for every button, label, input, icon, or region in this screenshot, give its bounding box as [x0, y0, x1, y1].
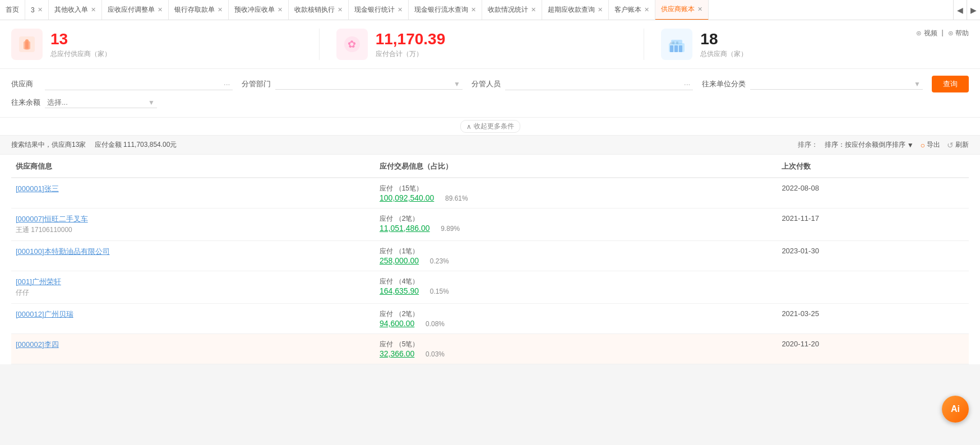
unit-type-input[interactable] [752, 80, 914, 88]
summary-ap-suppliers-label: 总应付供应商（家） [50, 49, 111, 59]
col-header-lastpay: 上次付数 [777, 155, 969, 178]
collapse-button[interactable]: ∧ 收起更多条件 [460, 120, 520, 133]
nav-tab-other-income-close[interactable]: ✕ [91, 6, 96, 13]
nav-tab-prepay-offset-close[interactable]: ✕ [278, 6, 283, 13]
nav-tab-supplier-ledger[interactable]: 供应商账本 ✕ [655, 0, 709, 20]
supplier-sub-2: 王通 17106110000 [16, 225, 371, 235]
supplier-cell-3: [000100]本特勤油品有限公司 [11, 241, 375, 271]
nav-tab-3[interactable]: 3 ✕ [25, 0, 49, 20]
nav-tab-receipt-stat-close[interactable]: ✕ [531, 6, 536, 13]
ap-amount-5[interactable]: 94,600.00 [380, 319, 414, 328]
transaction-cell-4: 应付 （4笔） 164,635.90 0.15% [375, 271, 777, 304]
filter-person-wrap: ··· [505, 78, 693, 90]
transaction-cell-1: 应付 （15笔） 100,092,540.00 89.61% [375, 178, 777, 208]
help-link[interactable]: ⊙ 帮助 [948, 29, 969, 38]
ap-amount-1[interactable]: 100,092,540.00 [380, 193, 434, 202]
ap-amount-3[interactable]: 258,000.00 [380, 256, 419, 265]
supplier-link-2[interactable]: [000007]恒旺二手叉车 [16, 214, 371, 224]
summary-ap-amount: ✿ 11,170.39 应付合计（万） [320, 29, 645, 60]
lastpay-date-5: 2021-03-25 [782, 309, 819, 318]
nav-tab-receipt-verify[interactable]: 收款核销执行 ✕ [289, 0, 349, 20]
person-dots-icon[interactable]: ··· [684, 80, 691, 89]
nav-tab-ar-ap-adjust[interactable]: 应收应付调整单 ✕ [102, 0, 169, 20]
nav-tab-cash-bank-query-close[interactable]: ✕ [471, 6, 476, 13]
refresh-button[interactable]: ↺ 刷新 [947, 140, 969, 150]
supplier-dots-icon[interactable]: ··· [224, 80, 230, 89]
table-row: [000002]李四 应付 （5笔） 32,366.00 0.03% 2020-… [11, 334, 969, 364]
nav-tab-overdue-ar-close[interactable]: ✕ [598, 6, 603, 13]
ap-percent-3: 0.23% [430, 257, 449, 265]
nav-next-icon: ▶ [970, 6, 977, 15]
person-input[interactable] [507, 80, 684, 88]
ap-percent-2: 9.89% [441, 225, 460, 233]
unit-type-dropdown-icon[interactable]: ▼ [914, 80, 921, 88]
nav-prev-button[interactable]: ◀ [953, 0, 967, 20]
supplier-link-5[interactable]: [000012]广州贝瑞 [16, 309, 371, 319]
sort-button[interactable]: 排序：按应付余额倒序排序 ▼ [825, 140, 914, 150]
nav-tab-other-income-label: 其他收入单 [54, 5, 88, 15]
supplier-input[interactable] [47, 80, 224, 88]
collapse-bar: ∧ 收起更多条件 [0, 118, 980, 136]
ap-amount-4[interactable]: 164,635.90 [380, 286, 419, 295]
result-bar-actions: 排序： 排序：按应付余额倒序排序 ▼ ○ 导出 ↺ 刷新 [798, 140, 969, 150]
supplier-cell-1: [000001]张三 [11, 178, 375, 208]
nav-tab-customer-ledger-label: 客户账本 [614, 5, 641, 15]
table-row: [000007]恒旺二手叉车 王通 17106110000 应付 （2笔） 11… [11, 208, 969, 241]
nav-tab-overdue-ar-label: 超期应收款查询 [548, 5, 595, 15]
balance-input[interactable] [47, 98, 148, 106]
ap-amount-2[interactable]: 11,051,486.00 [380, 224, 430, 233]
nav-tab-home[interactable]: 首页 [0, 0, 25, 20]
nav-tab-bank-deposit[interactable]: 银行存取款单 ✕ [169, 0, 229, 20]
summary-ap-amount-text: 11,170.39 应付合计（万） [376, 30, 446, 59]
nav-tab-bank-deposit-close[interactable]: ✕ [218, 6, 223, 13]
nav-next-button[interactable]: ▶ [967, 0, 980, 20]
ap-amount-6[interactable]: 32,366.00 [380, 349, 414, 358]
svg-rect-8 [679, 45, 682, 52]
export-button[interactable]: ○ 导出 [921, 140, 940, 150]
nav-tab-receipt-stat[interactable]: 收款情况统计 ✕ [482, 0, 542, 20]
nav-tab-prepay-offset[interactable]: 预收冲应收单 ✕ [229, 0, 289, 20]
nav-tab-customer-ledger[interactable]: 客户账本 ✕ [609, 0, 655, 20]
query-button[interactable]: 查询 [932, 76, 969, 92]
supplier-link-6[interactable]: [000002]李四 [16, 340, 371, 350]
supplier-link-1[interactable]: [000001]张三 [16, 184, 371, 194]
dept-input[interactable] [278, 80, 454, 88]
nav-tab-ar-ap-adjust-close[interactable]: ✕ [158, 6, 163, 13]
filter-unit-type-wrap: ▼ [750, 78, 923, 90]
dept-dropdown-icon[interactable]: ▼ [454, 80, 460, 88]
balance-dropdown-icon[interactable]: ▼ [148, 99, 155, 106]
nav-tab-other-income[interactable]: 其他收入单 ✕ [49, 0, 102, 20]
top-right-links: ⊙ 视频 | ⊙ 帮助 [916, 29, 969, 38]
filter-dept-label: 分管部门 [242, 79, 271, 89]
nav-tab-receipt-verify-close[interactable]: ✕ [338, 6, 343, 13]
nav-tab-3-close[interactable]: ✕ [38, 6, 43, 13]
sort-label: 排序：按应付余额倒序排序 [825, 140, 905, 150]
result-summary: 搜索结果中，供应商13家 应付金额 111,703,854.00元 [11, 140, 177, 150]
nav-tab-customer-ledger-close[interactable]: ✕ [644, 6, 649, 13]
nav-tab-cash-bank-query[interactable]: 现金银行流水查询 ✕ [409, 0, 482, 20]
supplier-link-4[interactable]: [001]广州荣轩 [16, 277, 371, 287]
supplier-link-3[interactable]: [000100]本特勤油品有限公司 [16, 247, 371, 257]
nav-tab-overdue-ar[interactable]: 超期应收款查询 ✕ [542, 0, 609, 20]
nav-tab-cash-bank-stat[interactable]: 现金银行统计 ✕ [349, 0, 409, 20]
nav-tab-supplier-ledger-close[interactable]: ✕ [697, 6, 702, 13]
transaction-cell-3: 应付 （1笔） 258,000.00 0.23% [375, 241, 777, 271]
transaction-cell-5: 应付 （2笔） 94,600.00 0.08% [375, 304, 777, 334]
nav-tab-receipt-stat-label: 收款情况统计 [488, 5, 528, 15]
svg-rect-7 [674, 45, 678, 52]
summary-bar: 13 总应付供应商（家） ✿ 11,170.39 应付合计（万） [0, 20, 980, 69]
nav-tab-prepay-offset-label: 预收冲应收单 [234, 5, 275, 15]
nav-tab-ar-ap-adjust-label: 应收应付调整单 [108, 5, 155, 15]
refresh-icon: ↺ [947, 141, 954, 150]
filter-unit-type-label: 往来单位分类 [702, 79, 746, 89]
summary-total-suppliers-label: 总供应商（家） [700, 49, 747, 59]
nav-arrow-group: ◀ ▶ [953, 0, 980, 20]
supplier-cell-6: [000002]李四 [11, 334, 375, 364]
table-body: [000001]张三 应付 （15笔） 100,092,540.00 89.61… [11, 178, 969, 364]
filter-unit-type: 往来单位分类 ▼ [702, 78, 923, 90]
nav-tab-3-label: 3 [31, 6, 35, 14]
ap-percent-6: 0.03% [426, 350, 445, 358]
lastpay-date-2: 2021-11-17 [782, 214, 819, 222]
nav-tab-cash-bank-stat-close[interactable]: ✕ [397, 6, 403, 13]
video-link[interactable]: ⊙ 视频 [916, 29, 937, 38]
